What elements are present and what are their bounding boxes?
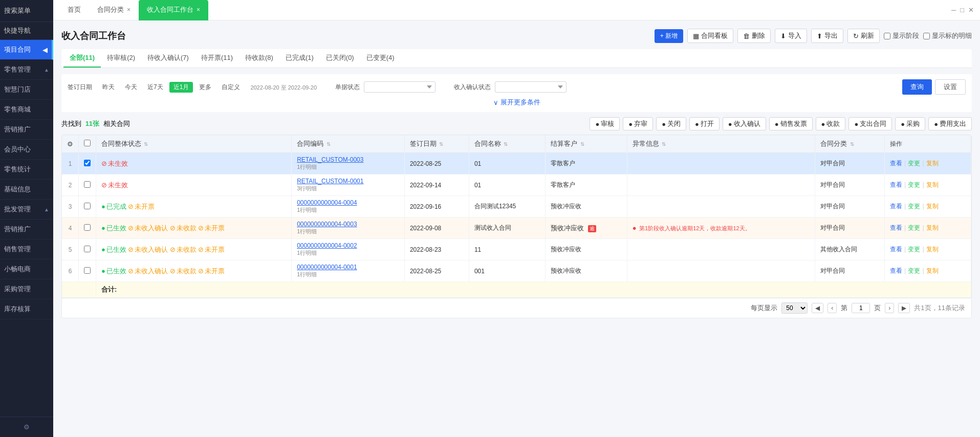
delete-button[interactable]: 🗑 删除 [737,29,771,43]
tab-income-workbench[interactable]: 收入合同工作台 × [139,0,208,20]
select-all-checkbox[interactable] [84,140,91,146]
contract-board-button[interactable]: ▦ 合同看板 [687,29,733,43]
sort-icon[interactable]: ⇅ [144,141,148,147]
view-button[interactable]: 查看 [890,224,902,232]
sub-tab-closed[interactable]: 已关闭(0) [320,49,360,68]
sidebar-item-project[interactable]: 项目合同 ◀ [0,40,53,60]
row-checkbox[interactable] [84,181,91,188]
edit-button[interactable]: 变更 [908,267,920,275]
row-checkbox-cell[interactable] [79,217,96,239]
filter-btn-1month[interactable]: 近1月 [169,82,193,93]
copy-button[interactable]: 复制 [926,202,939,211]
collection-button[interactable]: ● 收款 [816,117,846,130]
copy-button[interactable]: 复制 [926,181,939,189]
filter-btn-today[interactable]: 今天 [121,82,141,93]
filter-btn-more[interactable]: 更多 [195,82,215,93]
review-button[interactable]: ● 审核 [590,117,620,130]
sub-tab-changed[interactable]: 已变更(4) [360,49,401,68]
row-checkbox[interactable] [84,267,91,274]
copy-button[interactable]: 复制 [926,267,939,275]
edit-button[interactable]: 变更 [908,224,920,232]
query-button[interactable]: 查询 [902,79,932,95]
minimize-button[interactable]: ─ [951,6,956,14]
income-confirm-button[interactable]: ● 收入确认 [723,117,766,130]
sidebar-item-marketing[interactable]: 营销推广 [0,120,53,140]
row-checkbox[interactable] [84,160,91,166]
sidebar-item-retail-mgmt[interactable]: 零售管理 ▲ [0,60,53,80]
contract-code-link[interactable]: 0000000000004-0001 [297,264,399,271]
sub-tab-pending-payment[interactable]: 待收款(8) [239,49,279,68]
view-button[interactable]: 查看 [890,202,902,211]
filter-btn-custom[interactable]: 自定义 [217,82,244,93]
show-detail-checkbox[interactable]: 显示标的明细 [923,31,972,40]
copy-button[interactable]: 复制 [926,245,939,254]
col-checkbox-header[interactable] [79,135,96,153]
view-button[interactable]: 查看 [890,181,902,189]
contract-code-link[interactable]: RETAIL_CUSTOM-0003 [297,156,399,163]
show-detail-input[interactable] [923,33,930,39]
sidebar-item-purchase[interactable]: 采购管理 [0,279,53,299]
sort-icon[interactable]: ⇅ [850,141,854,147]
edit-button[interactable]: 变更 [908,159,920,168]
row-checkbox[interactable] [84,246,91,252]
edit-button[interactable]: 变更 [908,181,920,189]
row-checkbox[interactable] [84,224,91,231]
contract-code-link[interactable]: 0000000000004-0002 [297,242,399,249]
sidebar-item-basic-info[interactable]: 基础信息 [0,180,53,200]
doc-status-select[interactable] [364,81,435,93]
abandon-review-button[interactable]: ● 弃审 [623,117,653,130]
contract-code-link[interactable]: 0000000000004-0003 [297,221,399,228]
tab-contract-category-close[interactable]: × [127,6,130,13]
sidebar-item-retail-mall[interactable]: 零售商城 [0,100,53,120]
contract-code-link[interactable]: RETAIL_CUSTOM-0001 [297,178,399,185]
tab-home[interactable]: 首页 [59,0,89,20]
row-checkbox-cell[interactable] [79,153,96,174]
sidebar-quick-nav[interactable]: 快捷导航 [0,22,53,40]
col-setting-header[interactable]: ⚙ [62,135,79,153]
show-segments-checkbox[interactable]: 显示阶段 [884,31,919,40]
sort-icon[interactable]: ⇅ [439,141,443,147]
refresh-button[interactable]: ↻ 刷新 [847,29,880,43]
sidebar-item-xiaochang[interactable]: 小畅电商 [0,259,53,279]
purchase-button[interactable]: ● 采购 [895,117,925,130]
view-button[interactable]: 查看 [890,267,902,275]
prev-page-button[interactable]: ‹ [827,303,837,313]
sub-tab-pending-confirm[interactable]: 待收入确认(7) [141,49,195,68]
sort-icon[interactable]: ⇅ [504,141,508,147]
import-button[interactable]: ⬇ 导入 [775,29,807,43]
sidebar-search[interactable]: 搜索菜单 [0,0,53,22]
next-page-button[interactable]: › [885,303,894,313]
col-setting-icon[interactable]: ⚙ [67,140,73,148]
show-segments-input[interactable] [884,33,890,39]
sub-tab-all[interactable]: 全部(11) [63,49,101,68]
edit-button[interactable]: 变更 [908,202,920,211]
copy-button[interactable]: 复制 [926,224,939,232]
sort-icon[interactable]: ⇅ [326,141,331,147]
row-checkbox[interactable] [84,203,91,209]
expense-contract-button[interactable]: ● 支出合同 [848,117,892,130]
first-page-button[interactable]: ◀ [812,303,823,313]
sidebar-item-member[interactable]: 会员中心 [0,140,53,160]
export-button[interactable]: ⬆ 导出 [811,29,843,43]
sub-tab-completed[interactable]: 已完成(1) [279,49,320,68]
sidebar-settings[interactable]: ⚙ [0,417,53,437]
edit-button[interactable]: 变更 [908,245,920,254]
row-checkbox-cell[interactable] [79,196,96,217]
last-page-button[interactable]: ▶ [898,303,910,313]
row-checkbox-cell[interactable] [79,260,96,282]
sort-icon[interactable]: ⇅ [580,141,584,147]
current-page-input[interactable] [852,303,870,313]
tab-contract-category[interactable]: 合同分类 × [89,0,139,20]
sales-invoice-button[interactable]: ● 销售发票 [769,117,813,130]
copy-button[interactable]: 复制 [926,159,939,168]
filter-btn-yesterday[interactable]: 昨天 [98,82,119,93]
confirm-status-select[interactable] [495,81,567,93]
expense-out-button[interactable]: ● 费用支出 [928,117,972,130]
row-checkbox-cell[interactable] [79,174,96,196]
row-checkbox-cell[interactable] [79,239,96,260]
view-button[interactable]: 查看 [890,159,902,168]
sidebar-item-smart-store[interactable]: 智慧门店 [0,80,53,100]
expand-filter-button[interactable]: ∨ 展开更多条件 [493,98,540,107]
sidebar-item-retail-stats[interactable]: 零售统计 [0,160,53,180]
view-button[interactable]: 查看 [890,245,902,254]
